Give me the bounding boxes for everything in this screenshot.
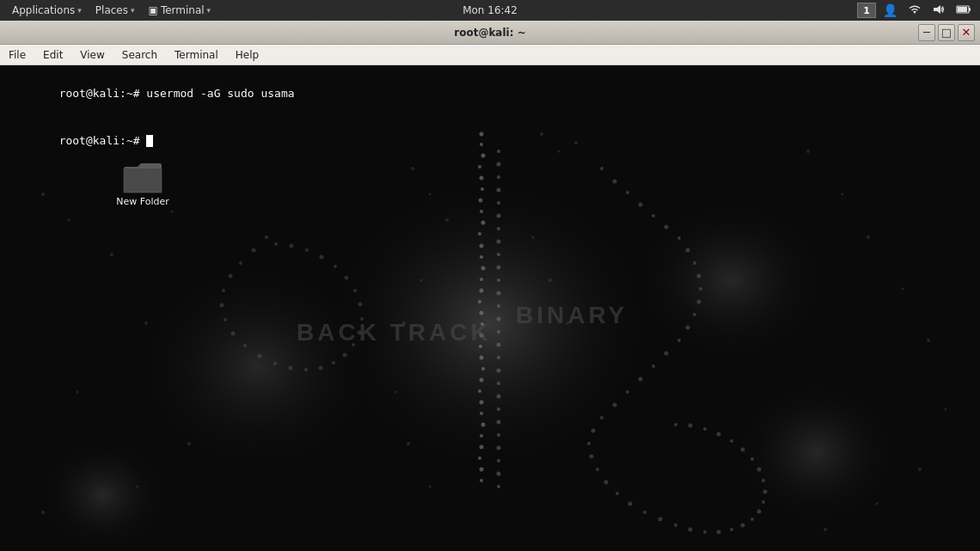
terminal-window: root@kali: ~ ─ □ ✕ File Edit View Search… bbox=[0, 21, 980, 551]
menu-file[interactable]: File bbox=[0, 47, 34, 63]
menu-search[interactable]: Search bbox=[113, 47, 166, 63]
terminal-cursor bbox=[146, 135, 153, 147]
wifi-icon[interactable] bbox=[904, 3, 925, 19]
menu-edit[interactable]: Edit bbox=[34, 47, 71, 63]
svg-rect-0 bbox=[934, 8, 937, 11]
terminal-line-2: root@kali:~# bbox=[5, 118, 975, 165]
terminal-menu[interactable]: ▣ Terminal ▾ bbox=[142, 3, 218, 18]
terminal-label: Terminal bbox=[161, 4, 205, 16]
system-clock: Mon 16:42 bbox=[462, 4, 518, 16]
terminal-text-area[interactable]: root@kali:~# usermod -aG sudo usama root… bbox=[0, 65, 980, 551]
menu-terminal[interactable]: Terminal bbox=[166, 47, 227, 63]
user-icon[interactable]: 👤 bbox=[879, 3, 901, 18]
system-tray: 1 👤 bbox=[857, 3, 975, 19]
menu-help[interactable]: Help bbox=[227, 47, 267, 63]
battery-icon[interactable] bbox=[952, 3, 975, 19]
terminal-arrow: ▾ bbox=[207, 6, 211, 15]
volume-icon[interactable] bbox=[928, 3, 949, 19]
system-bar: Applications ▾ Places ▾ ▣ Terminal ▾ Mon… bbox=[0, 0, 980, 21]
maximize-button[interactable]: □ bbox=[938, 24, 955, 41]
applications-label: Applications bbox=[12, 4, 75, 16]
places-arrow: ▾ bbox=[131, 6, 135, 15]
terminal-line-1: root@kali:~# usermod -aG sudo usama bbox=[5, 70, 975, 118]
applications-menu[interactable]: Applications ▾ bbox=[5, 3, 89, 18]
terminal-icon: ▣ bbox=[149, 4, 158, 16]
clock-text: Mon 16:42 bbox=[462, 4, 518, 16]
terminal-titlebar: root@kali: ~ ─ □ ✕ bbox=[0, 21, 980, 45]
workspace-switcher[interactable]: 1 bbox=[857, 3, 876, 18]
title-controls: ─ □ ✕ bbox=[918, 24, 975, 41]
terminal-menubar: File Edit View Search Terminal Help bbox=[0, 45, 980, 65]
applications-arrow: ▾ bbox=[77, 6, 82, 15]
terminal-content[interactable]: BACK TRACK BINARY New Folder bbox=[0, 65, 980, 551]
workspace-label: 1 bbox=[863, 5, 870, 16]
places-label: Places bbox=[95, 4, 128, 16]
terminal-title: root@kali: ~ bbox=[62, 27, 918, 39]
system-bar-left: Applications ▾ Places ▾ ▣ Terminal ▾ bbox=[5, 3, 217, 18]
close-button[interactable]: ✕ bbox=[958, 24, 975, 41]
places-menu[interactable]: Places ▾ bbox=[89, 3, 142, 18]
minimize-button[interactable]: ─ bbox=[918, 24, 935, 41]
svg-rect-2 bbox=[969, 8, 971, 11]
menu-view[interactable]: View bbox=[71, 47, 113, 63]
svg-rect-3 bbox=[958, 7, 967, 12]
